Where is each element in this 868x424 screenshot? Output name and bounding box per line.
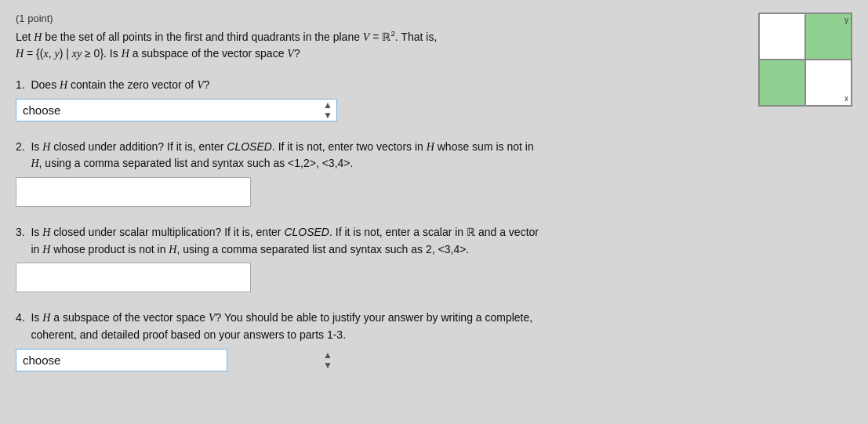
- question-1-label: 1. Does H contain the zero vector of V?: [16, 77, 714, 94]
- question-3-block: 3. Is H closed under scalar multiplicati…: [16, 224, 714, 292]
- quadrant-4: x: [805, 60, 852, 106]
- question-4-label: 4. Is H a subspace of the vector space V…: [16, 310, 714, 343]
- problem-line2: H = {(x, y) | xy ≥ 0}. Is H a subspace o…: [16, 45, 690, 63]
- question-3-input[interactable]: [16, 263, 251, 292]
- quadrant-3: [759, 60, 805, 106]
- question-1-block: 1. Does H contain the zero vector of V? …: [16, 77, 714, 121]
- y-label: y: [844, 16, 848, 24]
- page-wrapper: y x (1 point) Let H be the set of all po…: [0, 0, 868, 424]
- quadrant-diagram: y x: [758, 13, 852, 107]
- problem-statement: Let H be the set of all points in the fi…: [16, 27, 690, 63]
- question-2-block: 2. Is H closed under addition? If it is,…: [16, 139, 714, 207]
- x-label: x: [844, 94, 848, 103]
- question-1-select-wrapper: choose Yes No ▲ ▼: [16, 99, 337, 121]
- select-arrow-4: ▲ ▼: [323, 350, 332, 370]
- question-4-block: 4. Is H a subspace of the vector space V…: [16, 310, 714, 371]
- question-4-select[interactable]: choose Yes No: [16, 349, 227, 371]
- quadrant-2: [759, 13, 805, 60]
- points-label: (1 point): [16, 13, 852, 24]
- question-3-label: 3. Is H closed under scalar multiplicati…: [16, 224, 714, 258]
- quadrant-1: y: [805, 13, 852, 60]
- problem-line1: Let H be the set of all points in the fi…: [16, 27, 690, 45]
- question-4-select-wrapper: choose Yes No ▲ ▼: [16, 349, 337, 371]
- question-2-label: 2. Is H closed under addition? If it is,…: [16, 139, 714, 172]
- question-2-input[interactable]: [16, 177, 251, 207]
- question-1-select[interactable]: choose Yes No: [16, 99, 337, 121]
- diagram-grid: y x: [758, 13, 852, 107]
